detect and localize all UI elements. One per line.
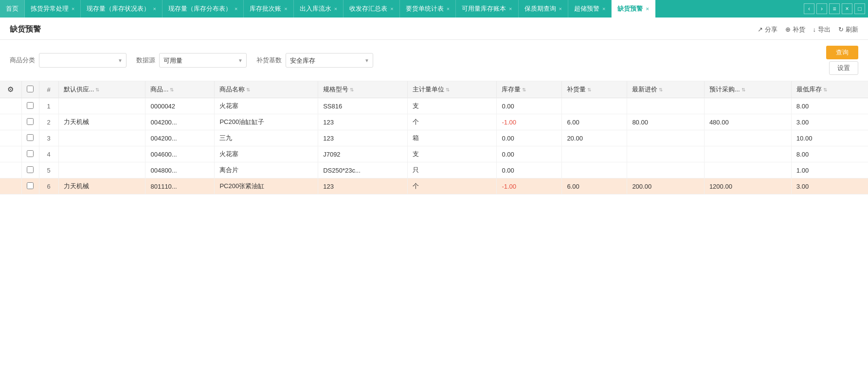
th-replenish-qty[interactable]: 补货量 ⇅ <box>562 81 627 98</box>
row-stock-1: -1.00 <box>497 114 562 130</box>
tab-collect-summary[interactable]: 收发存汇总表 × <box>344 0 399 18</box>
export-icon: ↓ <box>813 26 816 33</box>
th-default-supplier[interactable]: 默认供应... ⇅ <box>58 81 145 98</box>
sort-icon-min-stock: ⇅ <box>823 87 827 92</box>
row-check-3[interactable] <box>21 146 39 162</box>
tab-close-inventory-dist[interactable]: × <box>235 6 237 12</box>
replenish-button[interactable]: ⊕ 补货 <box>785 25 805 34</box>
row-checkbox-5[interactable] <box>27 182 34 189</box>
th-product-name[interactable]: 商品名称 ⇅ <box>215 81 318 98</box>
settings-button[interactable]: 设置 <box>829 61 858 75</box>
window-max-button[interactable]: □ <box>854 3 865 14</box>
sort-icon-product-name: ⇅ <box>246 87 250 92</box>
tab-prev-button[interactable]: ‹ <box>804 3 814 14</box>
tab-inout-flow[interactable]: 出入库流水 × <box>294 0 344 18</box>
row-replenish-qty-3 <box>562 146 627 162</box>
row-spec-3: J7092 <box>318 146 408 162</box>
row-unit-1: 个 <box>408 114 497 130</box>
row-product-code-0: 0000042 <box>145 98 215 114</box>
export-button[interactable]: ↓ 导出 <box>813 25 831 34</box>
filter-replenish-base-group: 补货基数 安全库存 <box>256 53 373 68</box>
tab-batch-account[interactable]: 库存批次账 × <box>244 0 293 18</box>
tab-close-batch-account[interactable]: × <box>284 6 287 12</box>
tab-close-available-ledger[interactable]: × <box>509 6 512 12</box>
tab-close-order-stats[interactable]: × <box>447 6 450 12</box>
tab-inventory-status[interactable]: 现存量（库存状况表） × <box>81 0 162 18</box>
row-checkbox-4[interactable] <box>27 166 34 173</box>
tab-close-inout-flow[interactable]: × <box>334 6 337 12</box>
row-unit-2: 箱 <box>408 130 497 146</box>
row-latest-price-2 <box>627 130 705 146</box>
th-min-stock[interactable]: 最低库存 ⇅ <box>791 81 868 98</box>
data-table: ⚙ # 默认供应... ⇅ 商品. <box>0 81 868 194</box>
table-row: 5 004800... 离合片 DS250*23c... 只 0.00 1.00 <box>0 162 868 178</box>
tab-inventory-dist[interactable]: 现存量（库存分布表） × <box>163 0 244 18</box>
tab-close-collect-summary[interactable]: × <box>390 6 393 12</box>
row-check-5[interactable] <box>21 178 39 194</box>
tab-close-overstock[interactable]: × <box>602 6 605 12</box>
tab-menu-button[interactable]: ≡ <box>829 3 840 14</box>
th-unit[interactable]: 主计量单位 ⇅ <box>408 81 497 98</box>
row-check-1[interactable] <box>21 114 39 130</box>
row-check-0[interactable] <box>21 98 39 114</box>
share-button[interactable]: ↗ 分享 <box>758 25 778 34</box>
query-button[interactable]: 查询 <box>826 46 858 59</box>
table-body: 1 0000042 火花塞 SS816 支 0.00 8.00 2 力天机械 0… <box>0 98 868 194</box>
table-row: 6 力天机械 801110... PC200张紧油缸 123 个 -1.00 6… <box>0 178 868 194</box>
tab-shortage[interactable]: 缺货预警 × <box>612 0 655 18</box>
tab-bar: 首页 拣货异常处理 × 现存量（库存状况表） × 现存量（库存分布表） × 库存… <box>0 0 868 18</box>
row-num-3: 4 <box>39 146 58 162</box>
row-checkbox-1[interactable] <box>27 118 34 125</box>
row-latest-price-3 <box>627 146 705 162</box>
tab-overstock[interactable]: 超储预警 × <box>568 0 612 18</box>
row-product-name-1: PC200油缸缸子 <box>215 114 318 130</box>
tab-close-shortage[interactable]: × <box>646 6 649 12</box>
filter-datasource-label: 数据源 <box>136 56 155 65</box>
table-container: ⚙ # 默认供应... ⇅ 商品. <box>0 81 868 194</box>
tab-close-inventory-status[interactable]: × <box>153 6 156 12</box>
filter-bar: 商品分类 数据源 可用量 补货基数 安全库存 <box>0 40 868 81</box>
row-supplier-4 <box>58 162 145 178</box>
row-checkbox-3[interactable] <box>27 150 34 157</box>
tab-available-ledger[interactable]: 可用量库存账本 × <box>456 0 518 18</box>
filter-datasource-select[interactable]: 可用量 <box>159 53 247 68</box>
table-header-row: ⚙ # 默认供应... ⇅ 商品. <box>0 81 868 98</box>
filter-category-select[interactable] <box>39 53 127 68</box>
row-est-purchase-3 <box>704 146 791 162</box>
row-num-5: 6 <box>39 178 58 194</box>
window-close-button[interactable]: × <box>842 3 852 14</box>
sort-icon-est-purchase: ⇅ <box>741 87 745 92</box>
row-stock-5: -1.00 <box>497 178 562 194</box>
tab-next-button[interactable]: › <box>816 3 827 14</box>
th-product-code[interactable]: 商品... ⇅ <box>145 81 215 98</box>
tab-close-expiry-query[interactable]: × <box>559 6 562 12</box>
row-min-stock-2: 10.00 <box>791 130 868 146</box>
row-unit-4: 只 <box>408 162 497 178</box>
th-spec[interactable]: 规格型号 ⇅ <box>318 81 408 98</box>
tab-expiry-query[interactable]: 保质期查询 × <box>519 0 568 18</box>
th-latest-price[interactable]: 最新进价 ⇅ <box>627 81 705 98</box>
row-supplier-2 <box>58 130 145 146</box>
row-check-4[interactable] <box>21 162 39 178</box>
sort-icon-spec: ⇅ <box>350 87 354 92</box>
row-est-purchase-5: 1200.00 <box>704 178 791 194</box>
row-product-code-4: 004800... <box>145 162 215 178</box>
refresh-button[interactable]: ↻ 刷新 <box>838 25 858 34</box>
replenish-icon: ⊕ <box>785 26 791 33</box>
refresh-icon: ↻ <box>838 26 844 33</box>
tab-order-stats[interactable]: 要货单统计表 × <box>400 0 456 18</box>
select-all-checkbox[interactable] <box>27 86 34 92</box>
tab-home[interactable]: 首页 <box>0 0 25 18</box>
gear-settings-icon[interactable]: ⚙ <box>7 85 14 94</box>
tab-close-bad-process[interactable]: × <box>72 6 74 12</box>
row-checkbox-2[interactable] <box>27 134 34 141</box>
th-est-purchase[interactable]: 预计采购... ⇅ <box>704 81 791 98</box>
th-stock[interactable]: 库存量 ⇅ <box>497 81 562 98</box>
row-check-2[interactable] <box>21 130 39 146</box>
row-product-code-5: 801110... <box>145 178 215 194</box>
row-checkbox-0[interactable] <box>27 102 34 109</box>
tab-bad-process[interactable]: 拣货异常处理 × <box>25 0 81 18</box>
filter-replenish-base-select[interactable]: 安全库存 <box>286 53 373 68</box>
row-spec-5: 123 <box>318 178 408 194</box>
row-gear-4 <box>0 162 21 178</box>
